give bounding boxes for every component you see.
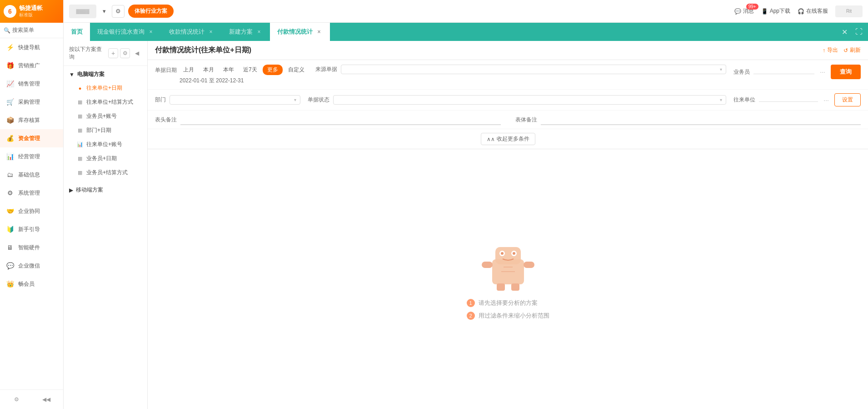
hardware-icon: 🖥 [5, 243, 15, 252]
date-btn-last-month[interactable]: 上月 [180, 65, 198, 75]
sidebar-item-label: 销售管理 [18, 80, 40, 88]
export-btn[interactable]: ↑ 导出 [823, 46, 838, 54]
chevron-right-icon: ▶ [69, 187, 73, 193]
date-btn-custom[interactable]: 自定义 [284, 65, 308, 75]
sidebar-item-label: 系统管理 [18, 189, 40, 197]
tab-bank-close[interactable]: × [147, 28, 155, 35]
tab-payments[interactable]: 付款情况统计 × [270, 23, 330, 41]
source-select[interactable]: ▾ [341, 65, 726, 74]
online-service-btn[interactable]: 🎧 在线客服 [798, 7, 828, 15]
status-arrow-icon: ▾ [720, 97, 722, 102]
date-btn-this-year[interactable]: 本年 [219, 65, 238, 75]
hint1-text: 请先选择要分析的方案 [479, 299, 538, 307]
sidebar-item-guide[interactable]: 🔰 新手引导 [0, 220, 63, 238]
page-title: 付款情况统计(往来单位+日期) [155, 45, 251, 55]
scheme-unit-account-label: 往来单位+账号 [86, 141, 122, 148]
scheme-add-btn[interactable]: + [108, 48, 118, 58]
refresh-btn[interactable]: ↺ 刷新 [843, 46, 861, 54]
tab-receipts[interactable]: 收款情况统计 × [162, 23, 222, 41]
logo-icon: 6 [4, 5, 16, 18]
collapse-sidebar-btn[interactable]: ◀◀ [34, 394, 60, 405]
message-btn[interactable]: 💬 消息 99+ [734, 7, 754, 15]
svg-point-5 [513, 252, 515, 255]
export-label: 导出 [827, 46, 838, 54]
page-header: 付款情况统计(往来单位+日期) ↑ 导出 ↺ 刷新 [148, 41, 868, 60]
sidebar-item-sales[interactable]: 📈 销售管理 [0, 75, 63, 93]
collapse-panel-btn[interactable]: ◀ [132, 48, 142, 58]
scheme-unit-date[interactable]: ● 往来单位+日期 [64, 81, 147, 95]
staff-dots-btn[interactable]: ··· [818, 66, 827, 77]
scheme-settings-btn[interactable]: ⚙ [120, 48, 130, 58]
query-btn[interactable]: 查询 [831, 65, 861, 79]
scheme-unit-date-label: 往来单位+日期 [86, 84, 122, 92]
tab-payments-close[interactable]: × [315, 28, 323, 35]
trial-btn[interactable]: 体验行业方案 [128, 5, 174, 18]
sidebar-item-operations[interactable]: 📊 经营管理 [0, 147, 63, 166]
scheme-staff-date[interactable]: ▦ 业务员+日期 [64, 151, 147, 166]
robot-svg [476, 239, 540, 293]
tab-receipts-close[interactable]: × [207, 28, 215, 35]
unit-filter-cell: 往来单位 ··· 设置 [733, 93, 861, 106]
tab-expand-btn[interactable]: ⛶ [853, 26, 864, 37]
dept-select[interactable]: ▾ [170, 95, 300, 105]
sidebar-item-basic[interactable]: 🗂 基础信息 [0, 166, 63, 184]
unit-dots-btn[interactable]: ··· [822, 95, 831, 106]
search-icon: 🔍 [4, 27, 10, 34]
sidebar-item-wechat[interactable]: 💬 企业微信 [0, 257, 63, 275]
staff-input-area [753, 70, 814, 74]
sidebar-item-member[interactable]: 👑 畅会员 [0, 275, 63, 293]
settings-btn[interactable]: ⚙ [4, 394, 30, 405]
date-btn-this-month[interactable]: 本月 [200, 65, 218, 75]
sidebar-item-purchase[interactable]: 🛒 采购管理 [0, 93, 63, 111]
scheme-unit-settle[interactable]: ▦ 往来单位+结算方式 [64, 95, 147, 109]
tab-new-plan[interactable]: 新建方案 × [222, 23, 270, 41]
company-dropdown[interactable]: ▾ [100, 7, 108, 15]
scheme-staff-settle[interactable]: ▦ 业务员+结算方式 [64, 166, 147, 180]
sidebar-item-finance[interactable]: 💰 资金管理 [0, 129, 63, 147]
mobile-scheme-title[interactable]: ▶ 移动端方案 [64, 183, 147, 197]
tab-home[interactable]: 首页 [64, 23, 90, 41]
purchase-icon: 🛒 [5, 97, 15, 106]
staff-filter-cell: 业务员 ··· 查询 [733, 65, 861, 79]
status-filter-cell: 单据状态 ▾ [308, 95, 726, 105]
body-note-input[interactable] [541, 114, 861, 125]
sidebar-item-label: 智能硬件 [18, 244, 40, 252]
svg-rect-8 [482, 262, 493, 268]
app-download-btn[interactable]: 📱 App下载 [761, 7, 790, 15]
tab-close-all-btn[interactable]: ✕ [839, 26, 850, 37]
search-menu[interactable]: 🔍 搜索菜单 [0, 23, 63, 38]
scheme-dept-date[interactable]: ▦ 部门+日期 [64, 123, 147, 137]
user-avatar[interactable]: Rit [835, 5, 863, 17]
date-btn-7days[interactable]: 近7天 [239, 65, 261, 75]
scheme-staff-account[interactable]: ▦ 业务员+账号 [64, 109, 147, 123]
desktop-scheme-title[interactable]: ▼ 电脑端方案 [64, 68, 147, 81]
sidebar: 6 畅捷通帐 标准版 🔍 搜索菜单 ⚡ 快捷导航 🎁 营销推广 📈 销售管理 🛒… [0, 0, 64, 409]
collapse-more-btn[interactable]: ∧∧ 收起更多条件 [481, 133, 535, 145]
body-note-input-container [541, 114, 861, 125]
scheme-unit-settle-label: 往来单位+结算方式 [86, 98, 133, 106]
sidebar-item-system[interactable]: ⚙ 系统管理 [0, 184, 63, 202]
body-note-label: 表体备注 [515, 116, 537, 124]
export-icon: ↑ [823, 47, 825, 54]
date-filter-cell: 单据日期 上月 本月 本年 近7天 更多 自定义 2022-01-01 至 20… [155, 65, 308, 85]
sidebar-item-hardware[interactable]: 🖥 智能硬件 [0, 238, 63, 257]
tab-home-label: 首页 [71, 28, 83, 36]
message-badge: 99+ [746, 4, 758, 10]
topbar-settings-btn[interactable]: ⚙ [112, 5, 125, 18]
set-btn[interactable]: 设置 [834, 93, 861, 106]
sidebar-item-shortcuts[interactable]: ⚡ 快捷导航 [0, 38, 63, 56]
sidebar-nav: ⚡ 快捷导航 🎁 营销推广 📈 销售管理 🛒 采购管理 📦 库存核算 💰 资金管… [0, 38, 63, 389]
date-btn-more[interactable]: 更多 [263, 65, 283, 75]
tab-new-plan-close[interactable]: × [255, 28, 263, 35]
sidebar-item-enterprise[interactable]: 🤝 企业协同 [0, 202, 63, 220]
collapse-label: 收起更多条件 [497, 135, 529, 143]
source-filter-cell: 来源单据 ▾ [315, 65, 726, 74]
empty-text-list: 1 请先选择要分析的方案 2 用过滤条件来缩小分析范围 [467, 299, 549, 320]
sidebar-item-marketing[interactable]: 🎁 营销推广 [0, 56, 63, 75]
scheme-unit-account[interactable]: 📊 往来单位+账号 [64, 137, 147, 151]
header-note-input[interactable] [180, 114, 501, 125]
source-arrow-icon: ▾ [720, 67, 722, 72]
status-select[interactable]: ▾ [333, 95, 726, 105]
tab-bank[interactable]: 现金银行流水查询 × [90, 23, 162, 41]
sidebar-item-inventory[interactable]: 📦 库存核算 [0, 111, 63, 129]
